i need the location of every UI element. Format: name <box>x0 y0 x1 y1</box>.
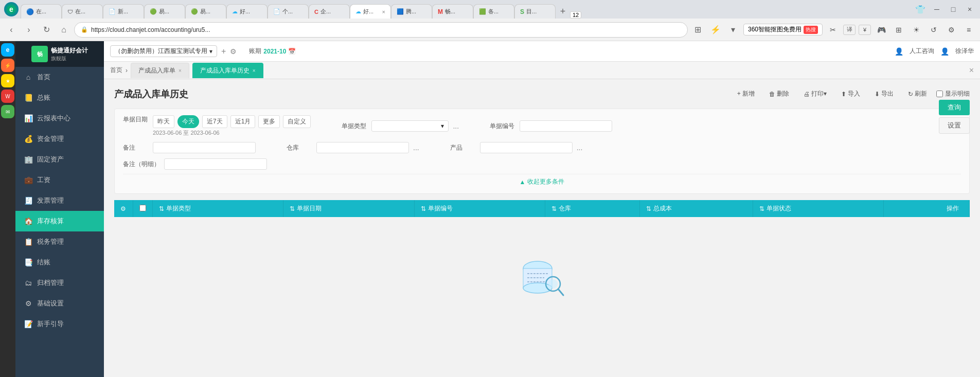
collapse-filter-btn[interactable]: ▲ 收起更多条件 <box>123 174 961 187</box>
sidebar-item-archive[interactable]: 🗂 归档管理 <box>15 273 104 293</box>
search-box[interactable]: 360智能抠图免费用 热搜 <box>743 24 823 35</box>
home-button[interactable]: ⌂ <box>57 23 71 37</box>
date-btn-1month[interactable]: 近1月 <box>230 115 256 128</box>
sidebar-item-invoice[interactable]: 🧾 发票管理 <box>15 190 104 211</box>
sidebar-item-inventory[interactable]: 🏠 库存核算 <box>15 211 104 231</box>
sidebar-item-checkout[interactable]: 📑 结账 <box>15 252 104 273</box>
lightning-button[interactable]: ⚡ <box>708 23 723 37</box>
sidebar-app-subtitle: 旗舰版 <box>51 55 88 62</box>
add-button[interactable]: + 新增 <box>732 87 760 100</box>
back-button[interactable]: ‹ <box>4 23 19 37</box>
date-btn-custom[interactable]: 自定义 <box>283 115 311 128</box>
settings-icon[interactable]: ⚙ <box>944 23 958 37</box>
undo-icon[interactable]: ↺ <box>926 23 941 37</box>
company-selector[interactable]: （勿删勿禁用）江西服宝测试专用 ▾ <box>110 45 217 57</box>
note-filter-input[interactable] <box>153 142 256 153</box>
refresh-button-action[interactable]: ↻ 刷新 <box>903 87 932 100</box>
date-btn-7days[interactable]: 近7天 <box>202 115 227 128</box>
th-type[interactable]: ⇅ 单据类型 <box>152 200 283 217</box>
translate-icon[interactable]: 译 <box>843 25 856 35</box>
maximize-button[interactable]: □ <box>947 3 959 15</box>
select-all-checkbox[interactable] <box>139 205 146 211</box>
calendar-icon[interactable]: 📅 <box>288 48 296 55</box>
minimize-button[interactable]: ─ <box>931 3 943 15</box>
sidebar-item-payroll[interactable]: 💼 工资 <box>15 170 104 190</box>
th-checkbox[interactable] <box>133 200 152 217</box>
sidebar-item-ledger[interactable]: 📒 总账 <box>15 87 104 108</box>
menu-icon[interactable]: ≡ <box>961 23 976 37</box>
export-button[interactable]: ⬇ 导出 <box>869 87 899 100</box>
sidebar-item-ledger-label: 总账 <box>37 93 50 102</box>
query-button[interactable]: 查询 <box>939 100 970 115</box>
browser-tab-7[interactable]: 📄 个... <box>268 4 309 19</box>
browser-tab-3[interactable]: 📄 新... <box>103 4 144 19</box>
browser-tab-5[interactable]: 🟢 易... <box>185 4 226 19</box>
dropdown-button[interactable]: ▾ <box>726 23 740 37</box>
browser-tab-6[interactable]: ☁ 好... <box>226 4 268 19</box>
type-filter-select[interactable]: ▾ <box>371 120 449 132</box>
sidebar-item-reports[interactable]: 📊 云报表中心 <box>15 108 104 129</box>
tab-list[interactable]: 产成品入库单 × <box>131 63 189 78</box>
print-button[interactable]: 🖨 打印▾ <box>798 87 832 100</box>
sidebar-item-newbill[interactable]: 📝 新手引导 <box>15 314 104 334</box>
browser-tab-9[interactable]: ☁ 好... × <box>350 4 391 19</box>
app-icon-1[interactable]: e <box>1 43 14 57</box>
warehouse-filter-input[interactable] <box>316 142 409 153</box>
tab-9-close[interactable]: × <box>382 9 385 15</box>
app-icon-5[interactable]: ✉ <box>1 105 14 118</box>
date-btn-more[interactable]: 更多 <box>258 115 280 128</box>
show-columns-checkbox[interactable] <box>936 91 943 97</box>
app-icon-2[interactable]: ⚡ <box>1 59 14 72</box>
th-warehouse[interactable]: ⇅ 仓库 <box>545 200 640 217</box>
browser-tab-11[interactable]: M 畅... <box>432 4 473 19</box>
tab-list-close[interactable]: × <box>179 68 182 74</box>
browser-tab-13[interactable]: S 目... <box>514 4 556 19</box>
username-label[interactable]: 徐泽华 <box>955 47 974 56</box>
delete-button[interactable]: 🗑 删除 <box>764 87 794 100</box>
refresh-button[interactable]: ↻ <box>39 23 54 37</box>
sidebar-item-funds[interactable]: 💰 资金管理 <box>15 129 104 149</box>
browser-tab-1[interactable]: 🔵 在... <box>21 4 62 19</box>
th-status[interactable]: ⇅ 单据状态 <box>753 200 884 217</box>
sun-icon[interactable]: ☀ <box>909 23 923 37</box>
browser-tab-10[interactable]: 🟦 腾... <box>391 4 432 19</box>
import-button[interactable]: ⬆ 导入 <box>836 87 865 100</box>
browser-tab-12[interactable]: 🟩 各... <box>473 4 514 19</box>
sidebar-item-settings[interactable]: ⚙ 基础设置 <box>15 293 104 314</box>
app-icon-4[interactable]: W <box>1 89 14 103</box>
breadcrumb-home[interactable]: 首页 <box>110 62 122 79</box>
product-filter-input[interactable] <box>480 142 573 153</box>
browser-tab-8[interactable]: C 企... <box>309 4 350 19</box>
show-columns-check[interactable]: 显示明细 <box>936 89 970 98</box>
add-company-button[interactable]: + <box>221 47 226 56</box>
th-date[interactable]: ⇅ 单据日期 <box>283 200 415 217</box>
app-icon-3[interactable]: ★ <box>1 74 14 87</box>
settings-topbar-icon[interactable]: ⚙ <box>230 47 237 56</box>
forward-button[interactable]: › <box>22 23 36 37</box>
new-tab-button[interactable]: + <box>556 4 570 19</box>
tab-history-close[interactable]: × <box>253 68 256 74</box>
browser-tab-2[interactable]: 🛡 在... <box>62 4 103 19</box>
close-panel-btn[interactable]: × <box>969 66 974 75</box>
date-btn-yesterday[interactable]: 昨天 <box>153 115 174 128</box>
close-button[interactable]: × <box>964 3 976 15</box>
settings-filter-button[interactable]: 设置 <box>939 117 970 134</box>
game-icon[interactable]: 🎮 <box>874 23 888 37</box>
date-btn-today[interactable]: 今天 <box>177 115 199 128</box>
sidebar-item-home[interactable]: ⌂ 首页 <box>15 67 104 87</box>
yuan-icon[interactable]: ¥ <box>859 25 871 35</box>
user-service-label[interactable]: 人工咨询 <box>910 47 934 56</box>
browser-tab-4[interactable]: 🟢 易... <box>144 4 185 19</box>
th-gear[interactable]: ⚙ <box>114 200 133 217</box>
sidebar-item-assets[interactable]: 🏢 固定资产 <box>15 149 104 170</box>
th-total-cost[interactable]: ⇅ 总成本 <box>640 200 753 217</box>
th-number[interactable]: ⇅ 单据编号 <box>414 200 545 217</box>
number-filter-input[interactable] <box>520 120 612 132</box>
detail-note-filter-input[interactable] <box>164 158 267 170</box>
scissors-icon[interactable]: ✂ <box>826 23 840 37</box>
apps-icon[interactable]: ⊞ <box>892 23 906 37</box>
tab-history[interactable]: 产成品入库单历史 × <box>192 63 263 78</box>
address-bar[interactable]: 🔒 https://cloud.chanjet.com/accounting/u… <box>74 22 688 38</box>
grid-button[interactable]: ⊞ <box>691 23 705 37</box>
sidebar-item-tax[interactable]: 📋 税务管理 <box>15 231 104 252</box>
